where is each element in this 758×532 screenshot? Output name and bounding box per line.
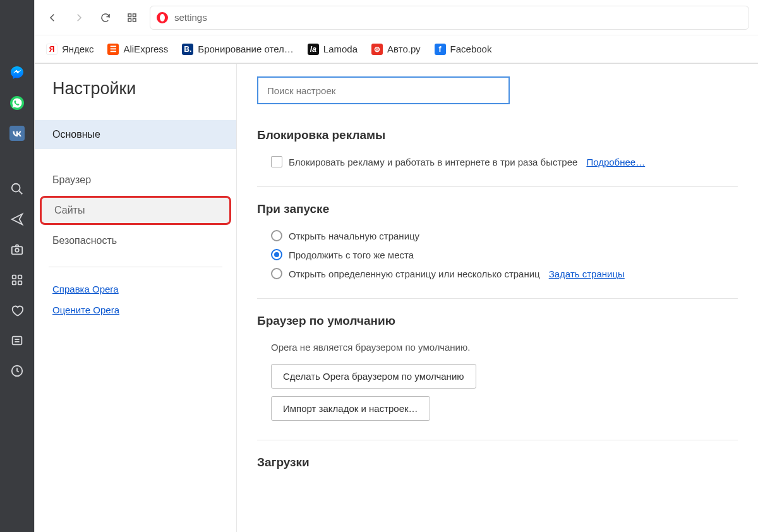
nav-link-help[interactable]: Справка Opera [35,279,236,299]
import-button[interactable]: Импорт закладок и настроек… [271,396,430,421]
bookmark-label: Lamoda [323,44,358,54]
nav-item-sites[interactable]: Сайты [40,196,231,225]
section-startup-title: При запуске [257,202,738,216]
default-browser-info: Opera не является браузером по умолчанию… [257,338,738,360]
svg-rect-15 [133,14,136,17]
bookmark-label: Facebook [450,44,492,54]
apps-icon[interactable] [9,272,25,288]
bookmark-label: Яндекс [62,44,93,54]
address-bar[interactable]: settings [150,6,749,30]
startup-opt3-label: Открыть определенную страницу или нескол… [289,269,540,279]
bookmark-label: AliExpress [123,44,168,54]
messenger-icon[interactable] [9,64,25,81]
svg-rect-9 [18,281,22,285]
camera-icon[interactable] [9,241,25,258]
startup-opt2-label: Продолжить с того же места [289,250,414,260]
bookmarks-bar: ЯЯндекс ☰AliExpress B.Бронирование отел…… [35,35,758,63]
speed-dial-button[interactable] [123,9,141,27]
back-button[interactable] [44,9,61,27]
bookmark-label: Авто.ру [387,44,421,54]
svg-point-5 [15,248,19,252]
nav-item-security[interactable]: Безопасность [35,226,236,255]
search-icon[interactable] [9,181,25,197]
heart-icon[interactable] [9,302,25,318]
nav-item-main[interactable]: Основные [35,120,236,149]
settings-nav: Настройки Основные Браузер Сайты Безопас… [35,64,237,532]
startup-radio-continue[interactable] [271,249,282,260]
make-default-button[interactable]: Сделать Opera браузером по умолчанию [271,364,476,389]
startup-radio-home[interactable] [271,230,282,241]
nav-item-browser[interactable]: Браузер [35,166,236,195]
adblock-checkbox[interactable] [271,156,282,167]
forward-button[interactable] [70,9,88,27]
address-text: settings [174,12,207,23]
startup-set-pages-link[interactable]: Задать страницы [549,269,625,279]
svg-rect-7 [18,275,22,279]
bookmark-autoru[interactable]: ⊜Авто.ру [371,44,421,55]
section-downloads-title: Загрузки [257,456,738,469]
settings-search-input[interactable] [257,76,510,104]
bookmark-aliexpress[interactable]: ☰AliExpress [107,44,168,55]
settings-content: Блокировка рекламы Блокировать рекламу и… [237,64,758,532]
toolbar: settings [35,0,758,35]
adblock-label: Блокировать рекламу и работать в интерне… [289,157,577,167]
svg-rect-8 [13,281,16,285]
main-column: settings ЯЯндекс ☰AliExpress B.Бронирова… [34,0,758,532]
history-icon[interactable] [9,363,25,379]
section-default-title: Браузер по умолчанию [257,314,738,328]
reload-button[interactable] [97,9,114,27]
settings-title: Настройки [35,79,236,120]
svg-rect-6 [13,275,16,279]
adblock-more-link[interactable]: Подробнее… [586,157,645,167]
svg-rect-4 [12,246,23,254]
svg-rect-10 [13,337,22,345]
send-icon[interactable] [9,211,25,227]
news-icon[interactable] [9,332,25,349]
svg-rect-16 [128,18,131,21]
bookmark-lamoda[interactable]: laLamoda [308,44,358,55]
svg-rect-17 [133,18,136,21]
vk-icon[interactable] [9,125,25,142]
svg-line-3 [19,191,23,195]
bookmark-facebook[interactable]: fFacebook [435,44,492,55]
svg-point-2 [12,184,20,192]
startup-radio-specific[interactable] [271,268,282,279]
app-rail [0,0,34,532]
startup-opt1-label: Открыть начальную страницу [289,231,419,241]
nav-link-rate[interactable]: Оцените Opera [35,299,236,320]
bookmark-yandex[interactable]: ЯЯндекс [46,44,93,55]
opera-icon [157,12,168,23]
section-adblock-title: Блокировка рекламы [257,128,738,142]
whatsapp-icon[interactable] [9,95,25,111]
bookmark-label: Бронирование отел… [198,44,294,54]
bookmark-booking[interactable]: B.Бронирование отел… [182,44,294,55]
svg-rect-14 [128,14,131,17]
